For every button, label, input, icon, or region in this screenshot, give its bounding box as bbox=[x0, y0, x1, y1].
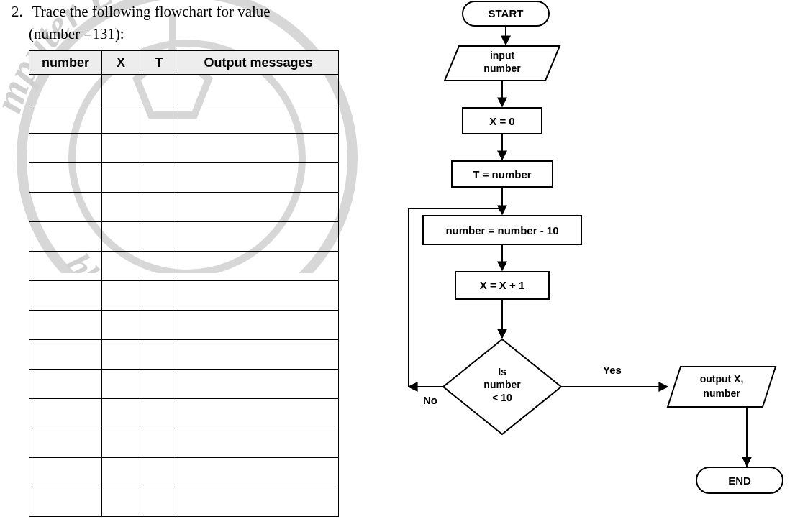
table-row bbox=[29, 370, 339, 399]
table-cell bbox=[29, 252, 102, 281]
flowchart: START input number X = 0 T = number bbox=[394, 0, 795, 532]
node-step2: X = X + 1 bbox=[480, 279, 525, 291]
th-output: Output messages bbox=[178, 51, 339, 75]
table-cell bbox=[140, 104, 178, 134]
table-row bbox=[29, 487, 339, 517]
table-row bbox=[29, 252, 339, 281]
table-cell bbox=[102, 163, 140, 193]
table-cell bbox=[29, 458, 102, 487]
table-cell bbox=[102, 222, 140, 252]
node-out-l1: output X, bbox=[700, 373, 744, 385]
table-row bbox=[29, 222, 339, 252]
table-cell bbox=[178, 163, 339, 193]
question-line: 2. Trace the following flowchart for val… bbox=[12, 3, 394, 21]
table-cell bbox=[29, 281, 102, 311]
table-cell bbox=[140, 281, 178, 311]
table-cell bbox=[102, 487, 140, 517]
table-cell bbox=[102, 75, 140, 104]
edge-yes: Yes bbox=[603, 364, 622, 376]
th-t: T bbox=[140, 51, 178, 75]
node-input-l1: input bbox=[490, 50, 515, 61]
question-sub: (number =131): bbox=[29, 25, 394, 43]
node-out-l2: number bbox=[703, 387, 740, 399]
table-cell bbox=[140, 75, 178, 104]
node-dec-l2: number bbox=[483, 379, 521, 390]
table-cell bbox=[29, 75, 102, 104]
table-cell bbox=[178, 222, 339, 252]
table-cell bbox=[29, 222, 102, 252]
table-cell bbox=[102, 340, 140, 370]
table-cell bbox=[102, 399, 140, 428]
table-row bbox=[29, 340, 339, 370]
node-start: START bbox=[489, 7, 524, 19]
table-row bbox=[29, 311, 339, 340]
table-cell bbox=[140, 163, 178, 193]
table-cell bbox=[178, 104, 339, 134]
table-cell bbox=[140, 222, 178, 252]
table-cell bbox=[29, 134, 102, 163]
table-row bbox=[29, 75, 339, 104]
table-row bbox=[29, 193, 339, 222]
table-cell bbox=[178, 281, 339, 311]
node-input-l2: number bbox=[483, 63, 521, 74]
question-text: Trace the following flowchart for value bbox=[32, 3, 271, 20]
table-cell bbox=[140, 428, 178, 458]
table-cell bbox=[178, 252, 339, 281]
table-cell bbox=[102, 428, 140, 458]
edge-no: No bbox=[423, 394, 437, 406]
table-cell bbox=[29, 163, 102, 193]
table-cell bbox=[29, 311, 102, 340]
trace-table: number X T Output messages bbox=[29, 50, 339, 517]
node-step1: number = number - 10 bbox=[445, 224, 558, 237]
table-cell bbox=[29, 399, 102, 428]
table-cell bbox=[29, 487, 102, 517]
table-cell bbox=[140, 370, 178, 399]
table-cell bbox=[178, 399, 339, 428]
table-row bbox=[29, 134, 339, 163]
table-cell bbox=[140, 399, 178, 428]
table-header-row: number X T Output messages bbox=[29, 51, 339, 75]
question-number: 2. bbox=[12, 3, 23, 20]
table-cell bbox=[102, 104, 140, 134]
table-cell bbox=[178, 458, 339, 487]
table-cell bbox=[29, 193, 102, 222]
node-end: END bbox=[728, 474, 751, 487]
table-cell bbox=[102, 134, 140, 163]
node-dec-l1: Is bbox=[498, 366, 506, 377]
table-row bbox=[29, 458, 339, 487]
table-cell bbox=[178, 134, 339, 163]
node-dec-l3: < 10 bbox=[492, 392, 512, 403]
table-cell bbox=[102, 252, 140, 281]
table-cell bbox=[29, 340, 102, 370]
table-cell bbox=[140, 134, 178, 163]
table-cell bbox=[178, 487, 339, 517]
table-cell bbox=[178, 340, 339, 370]
table-cell bbox=[102, 458, 140, 487]
table-cell bbox=[140, 487, 178, 517]
table-cell bbox=[102, 281, 140, 311]
table-cell bbox=[29, 370, 102, 399]
table-cell bbox=[178, 193, 339, 222]
table-cell bbox=[140, 252, 178, 281]
table-cell bbox=[102, 370, 140, 399]
table-cell bbox=[29, 428, 102, 458]
table-cell bbox=[178, 75, 339, 104]
table-row bbox=[29, 281, 339, 311]
table-row bbox=[29, 104, 339, 134]
table-cell bbox=[140, 458, 178, 487]
table-cell bbox=[140, 311, 178, 340]
table-row bbox=[29, 163, 339, 193]
table-cell bbox=[29, 104, 102, 134]
table-cell bbox=[140, 340, 178, 370]
node-init-t: T = number bbox=[473, 168, 531, 180]
th-number: number bbox=[29, 51, 102, 75]
table-cell bbox=[102, 193, 140, 222]
node-init-x: X = 0 bbox=[489, 115, 514, 127]
table-cell bbox=[178, 428, 339, 458]
table-cell bbox=[102, 311, 140, 340]
th-x: X bbox=[102, 51, 140, 75]
table-row bbox=[29, 428, 339, 458]
table-cell bbox=[140, 193, 178, 222]
table-cell bbox=[178, 311, 339, 340]
table-row bbox=[29, 399, 339, 428]
